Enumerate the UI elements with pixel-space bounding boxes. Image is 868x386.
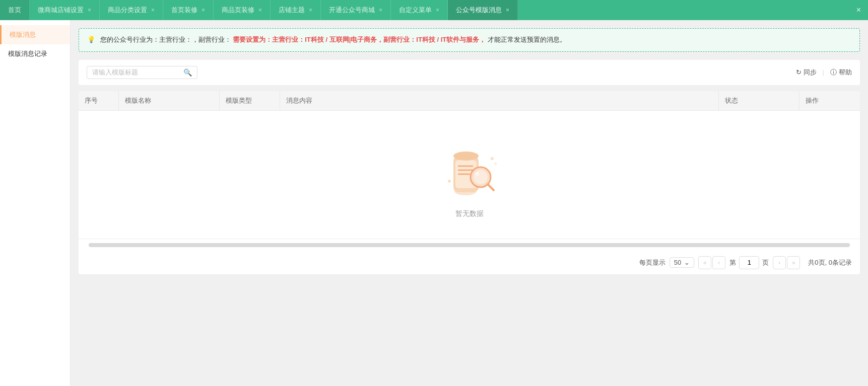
tab-store-theme[interactable]: 店铺主题 × <box>271 0 321 20</box>
prev-page-button[interactable]: ‹ <box>712 256 725 269</box>
search-input-wrap[interactable]: 🔍 <box>87 66 197 79</box>
close-tab-template-msg[interactable]: × <box>506 7 509 14</box>
tab-custom-menu-label: 自定义菜单 <box>399 6 432 15</box>
th-content: 消息内容 <box>280 91 719 110</box>
data-table: 序号 模版名称 模版类型 消息内容 状态 操作 <box>79 91 860 274</box>
total-info: 共0页, 0条记录 <box>808 258 852 267</box>
th-action: 操作 <box>799 91 860 110</box>
search-actions: ↻ 同步 | ⓘ 帮助 <box>796 68 852 77</box>
sync-label: 同步 <box>804 68 817 77</box>
th-type: 模版类型 <box>220 91 280 110</box>
tab-home-label: 首页 <box>8 6 21 15</box>
svg-point-10 <box>475 172 479 176</box>
tab-open-wechat[interactable]: 开通公众号商城 × <box>321 0 391 20</box>
close-tab-product-category[interactable]: × <box>151 7 155 14</box>
help-button[interactable]: ⓘ 帮助 <box>830 68 852 77</box>
content-area: 💡 您的公众号行业为：主营行业：，副营行业： 需要设置为：主营行业：IT科技 /… <box>71 20 868 386</box>
empty-text: 暂无数据 <box>455 209 484 218</box>
notice-icon: 💡 <box>87 36 95 43</box>
svg-point-13 <box>448 180 451 183</box>
tab-product-category-label: 商品分类设置 <box>108 6 147 15</box>
scroll-bar-area[interactable] <box>79 239 860 251</box>
tab-template-msg[interactable]: 公众号模版消息 × <box>448 0 518 20</box>
tab-bar: 首页 微商城店铺设置 × 商品分类设置 × 首页装修 × 商品页装修 × 店铺主… <box>0 0 868 20</box>
main-layout: 模版消息 模版消息记录 💡 您的公众号行业为：主营行业：，副营行业： 需要设置为… <box>0 20 868 386</box>
close-tab-micro-store[interactable]: × <box>88 7 91 14</box>
tab-template-msg-label: 公众号模版消息 <box>456 6 502 15</box>
tab-home-decor[interactable]: 首页装修 × <box>163 0 214 20</box>
search-bar: 🔍 ↻ 同步 | ⓘ 帮助 <box>79 60 860 85</box>
notice-highlight: 需要设置为：主营行业：IT科技 / 互联网|电子商务，副营行业：IT科技 / I… <box>233 36 486 43</box>
pagination: 每页显示 50 ⌄ « ‹ 第 页 <box>79 251 860 274</box>
sidebar-item-template-msg[interactable]: 模版消息 <box>0 25 70 44</box>
toolbar-divider: | <box>823 68 824 76</box>
tab-store-theme-label: 店铺主题 <box>279 6 305 15</box>
tab-product-decor-label: 商品页装修 <box>222 6 254 15</box>
table-header: 序号 模版名称 模版类型 消息内容 状态 操作 <box>79 91 860 111</box>
next-page-button[interactable]: › <box>773 256 786 269</box>
horizontal-scrollbar[interactable] <box>89 243 850 247</box>
tab-open-wechat-label: 开通公众号商城 <box>329 6 375 15</box>
close-tab-open-wechat[interactable]: × <box>379 7 382 14</box>
last-page-button[interactable]: » <box>787 256 800 269</box>
tab-micro-store[interactable]: 微商城店铺设置 × <box>30 0 100 20</box>
page-number-input[interactable] <box>739 256 759 269</box>
tab-micro-store-label: 微商城店铺设置 <box>38 6 84 15</box>
empty-illustration <box>439 141 500 201</box>
per-page-dropdown-icon: ⌄ <box>684 259 690 266</box>
tab-home-decor-label: 首页装修 <box>171 6 197 15</box>
close-tab-store-theme[interactable]: × <box>309 7 312 14</box>
svg-line-9 <box>488 184 494 190</box>
per-page-label: 每页显示 <box>639 258 665 267</box>
tab-product-decor[interactable]: 商品页装修 × <box>214 0 271 20</box>
last-page-icon: » <box>792 259 795 266</box>
sidebar-item-template-msg-label: 模版消息 <box>10 31 36 38</box>
prev-page-icon: ‹ <box>718 259 720 266</box>
tab-home[interactable]: 首页 <box>0 0 30 20</box>
page-label: 第 <box>729 258 736 267</box>
search-icon[interactable]: 🔍 <box>183 68 192 76</box>
help-icon: ⓘ <box>830 68 837 77</box>
th-name: 模版名称 <box>119 91 220 110</box>
notice-text-prefix: 您的公众号行业为：主营行业：，副营行业： <box>100 36 231 43</box>
help-label: 帮助 <box>839 68 852 77</box>
th-seq: 序号 <box>79 91 119 110</box>
close-all-tabs-button[interactable]: × <box>849 0 868 20</box>
svg-point-11 <box>491 157 494 160</box>
notice-banner: 💡 您的公众号行业为：主营行业：，副营行业： 需要设置为：主营行业：IT科技 /… <box>79 28 860 52</box>
close-tab-home-decor[interactable]: × <box>202 7 205 14</box>
first-page-button[interactable]: « <box>698 256 711 269</box>
sync-button[interactable]: ↻ 同步 <box>796 68 817 77</box>
close-tab-custom-menu[interactable]: × <box>436 7 439 14</box>
tab-product-category[interactable]: 商品分类设置 × <box>100 0 163 20</box>
page-input-wrap: 第 页 <box>729 256 769 269</box>
search-input[interactable] <box>92 68 181 76</box>
page-unit: 页 <box>762 258 769 267</box>
sidebar-item-template-msg-log-label: 模版消息记录 <box>8 50 47 57</box>
close-tab-product-decor[interactable]: × <box>258 7 262 14</box>
tab-custom-menu[interactable]: 自定义菜单 × <box>391 0 448 20</box>
svg-point-12 <box>495 163 497 165</box>
sidebar: 模版消息 模版消息记录 <box>0 20 71 386</box>
sync-icon: ↻ <box>796 68 802 76</box>
notice-text-suffix: 才能正常发送预置的消息。 <box>488 36 566 43</box>
empty-state: 暂无数据 <box>79 111 860 239</box>
per-page-value: 50 <box>674 259 681 266</box>
first-page-icon: « <box>703 259 707 266</box>
svg-point-3 <box>453 151 479 161</box>
page-nav: « ‹ <box>698 256 725 269</box>
sidebar-item-template-msg-log[interactable]: 模版消息记录 <box>0 44 70 63</box>
th-status: 状态 <box>719 91 799 110</box>
next-page-icon: › <box>778 259 780 266</box>
per-page-select[interactable]: 50 ⌄ <box>670 257 694 268</box>
page-nav-next: › » <box>773 256 800 269</box>
